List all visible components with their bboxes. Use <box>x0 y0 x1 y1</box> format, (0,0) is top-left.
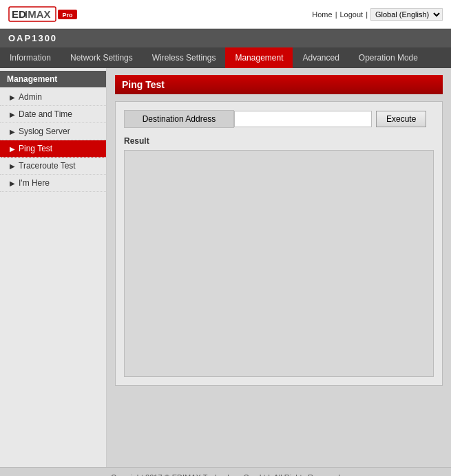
logo: ED IMAX Pro <box>8 5 84 24</box>
execute-button[interactable]: Execute <box>376 111 426 127</box>
sidebar-section-title: Management <box>0 71 106 87</box>
svg-text:Pro: Pro <box>62 12 73 19</box>
destination-address-input[interactable] <box>234 111 372 127</box>
content-box: Destination Address Execute Result <box>115 101 443 386</box>
model-title: OAP1300 <box>8 33 57 43</box>
sidebar-item-im-here[interactable]: ▶ I'm Here <box>0 175 106 192</box>
language-select[interactable]: Global (English) <box>370 8 443 21</box>
nav-wireless-settings[interactable]: Wireless Settings <box>143 47 226 68</box>
header: ED IMAX Pro Home | Logout | Global (Engl… <box>0 0 451 29</box>
destination-address-row: Destination Address Execute <box>124 110 434 128</box>
result-label: Result <box>124 136 434 146</box>
nav-operation-mode[interactable]: Operation Mode <box>349 47 428 68</box>
sidebar-label-date-time: Date and Time <box>19 109 72 119</box>
footer-text: Copyright 2017 © EDIMAX Technology Co., … <box>111 473 340 476</box>
nav-management[interactable]: Management <box>225 47 293 68</box>
main-nav: Information Network Settings Wireless Se… <box>0 47 451 68</box>
arrow-icon: ▶ <box>10 94 15 101</box>
sidebar-label-im-here: I'm Here <box>19 178 50 188</box>
sidebar-item-ping-test[interactable]: ▶ Ping Test <box>0 140 106 158</box>
sidebar-label-syslog: Syslog Server <box>19 127 70 136</box>
footer: Copyright 2017 © EDIMAX Technology Co., … <box>0 467 451 476</box>
main-layout: Management ▶ Admin ▶ Date and Time ▶ Sys… <box>0 68 451 467</box>
sidebar-item-traceroute[interactable]: ▶ Traceroute Test <box>0 158 106 175</box>
sidebar-item-syslog[interactable]: ▶ Syslog Server <box>0 123 106 140</box>
content-area: Ping Test Destination Address Execute Re… <box>107 68 451 467</box>
sidebar-label-traceroute: Traceroute Test <box>19 161 76 171</box>
arrow-icon: ▶ <box>10 128 15 136</box>
sidebar-item-date-time[interactable]: ▶ Date and Time <box>0 106 106 123</box>
model-bar: OAP1300 <box>0 29 451 47</box>
sidebar: Management ▶ Admin ▶ Date and Time ▶ Sys… <box>0 68 107 467</box>
sidebar-label-admin: Admin <box>19 92 42 102</box>
svg-text:IMAX: IMAX <box>25 8 51 20</box>
destination-address-label: Destination Address <box>124 110 234 128</box>
sep2: | <box>366 10 368 19</box>
nav-network-settings[interactable]: Network Settings <box>61 47 143 68</box>
logout-link[interactable]: Logout <box>339 10 363 19</box>
arrow-icon: ▶ <box>10 145 15 153</box>
arrow-icon: ▶ <box>10 180 15 187</box>
header-links: Home | Logout | Global (English) <box>312 8 443 21</box>
arrow-icon: ▶ <box>10 111 15 118</box>
sep1: | <box>335 10 337 19</box>
sidebar-item-admin[interactable]: ▶ Admin <box>0 89 106 106</box>
nav-information[interactable]: Information <box>0 47 61 68</box>
svg-text:ED: ED <box>12 8 26 20</box>
arrow-icon: ▶ <box>10 162 15 170</box>
home-link[interactable]: Home <box>312 10 332 19</box>
page-title: Ping Test <box>115 75 443 94</box>
sidebar-label-ping-test: Ping Test <box>19 144 52 153</box>
logo-svg: ED IMAX Pro <box>8 5 84 24</box>
result-box <box>124 150 434 377</box>
nav-advanced[interactable]: Advanced <box>293 47 348 68</box>
